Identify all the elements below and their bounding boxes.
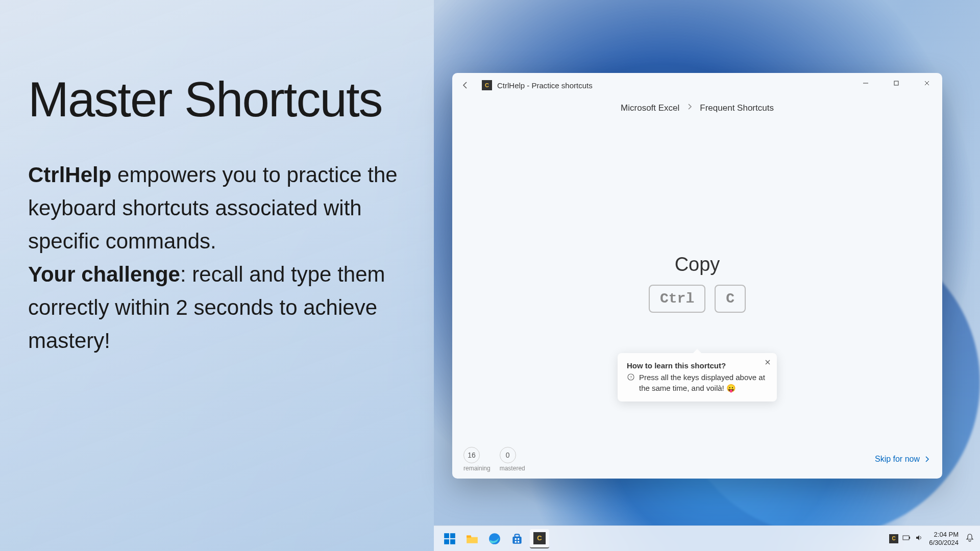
keycap: Ctrl (649, 285, 705, 313)
volume-icon[interactable] (915, 534, 923, 544)
taskbar[interactable]: C C 2:04 PM 6/30/2024 (434, 525, 980, 551)
svg-rect-1 (894, 81, 898, 85)
svg-rect-15 (518, 541, 519, 542)
close-button[interactable] (912, 73, 942, 93)
svg-rect-11 (515, 534, 520, 537)
marketing-body: CtrlHelp empowers you to practice the ke… (28, 158, 406, 358)
hint-tooltip: How to learn this shortcut? ? Press all … (618, 353, 777, 402)
bell-icon (965, 533, 975, 543)
svg-rect-17 (909, 537, 910, 539)
tray-clock[interactable]: 2:04 PM 6/30/2024 (929, 531, 959, 546)
back-button[interactable] (459, 79, 472, 91)
taskbar-explorer[interactable] (462, 529, 482, 548)
remaining-count: 16 (463, 447, 480, 463)
help-icon: ? (627, 373, 635, 384)
breadcrumb-root[interactable]: Microsoft Excel (621, 103, 679, 113)
store-icon (510, 532, 524, 545)
mastered-count: 0 (500, 447, 516, 463)
skip-button[interactable]: Skip for now (875, 455, 931, 464)
chevron-right-icon (923, 455, 931, 463)
svg-rect-13 (518, 538, 519, 539)
taskbar-ctrlhelp[interactable]: C (530, 529, 549, 548)
tray-date-text: 6/30/2024 (929, 539, 959, 547)
svg-rect-4 (444, 533, 449, 538)
mastered-stat: 0 mastered (500, 447, 525, 472)
app-window: C CtrlHelp - Practice shortcuts Microsof… (452, 73, 942, 479)
app-footer: 16 remaining 0 mastered Skip for now (452, 448, 942, 479)
breadcrumb: Microsoft Excel Frequent Shortcuts (452, 97, 942, 118)
tray-ctrlhelp-icon[interactable]: C (889, 534, 898, 543)
mastered-label: mastered (500, 465, 525, 472)
titlebar[interactable]: C CtrlHelp - Practice shortcuts (452, 73, 942, 97)
marketing-panel: Master Shortcuts CtrlHelp empowers you t… (0, 0, 434, 551)
chevron-right-icon (685, 103, 694, 113)
keycap: C (715, 285, 746, 313)
network-icon[interactable] (902, 534, 911, 544)
ctrlhelp-icon: C (533, 532, 546, 544)
system-tray[interactable]: C 2:04 PM 6/30/2024 (889, 531, 975, 546)
svg-rect-6 (444, 539, 449, 544)
practice-area: Copy Ctrl C How to learn this shortcut? … (452, 118, 942, 448)
minimize-button[interactable] (850, 73, 881, 93)
svg-rect-5 (450, 533, 455, 538)
remaining-label: remaining (463, 465, 491, 472)
minimize-icon (862, 79, 870, 87)
window-title: CtrlHelp - Practice shortcuts (497, 81, 593, 90)
svg-rect-12 (515, 538, 517, 539)
maximize-button[interactable] (881, 73, 912, 93)
folder-icon (465, 532, 479, 545)
skip-label: Skip for now (875, 455, 920, 464)
breadcrumb-leaf[interactable]: Frequent Shortcuts (700, 103, 774, 113)
arrow-left-icon (461, 81, 470, 89)
svg-text:?: ? (630, 375, 632, 380)
taskbar-edge[interactable] (485, 529, 504, 548)
maximize-icon (892, 79, 900, 87)
app-icon: C (482, 80, 492, 90)
close-icon (923, 79, 931, 87)
tooltip-body-text: Press all the keys displayed above at th… (639, 372, 768, 393)
close-icon (764, 358, 772, 366)
svg-rect-14 (515, 541, 517, 542)
taskbar-store[interactable] (507, 529, 527, 548)
windows-icon (443, 532, 456, 545)
notifications-button[interactable] (965, 533, 975, 545)
tooltip-title: How to learn this shortcut? (627, 361, 768, 370)
command-label: Copy (675, 254, 720, 276)
svg-rect-16 (903, 536, 909, 540)
edge-icon (488, 532, 501, 545)
shortcut-keys: Ctrl C (649, 285, 746, 313)
start-button[interactable] (440, 529, 459, 548)
tooltip-close-button[interactable] (764, 358, 772, 368)
remaining-stat: 16 remaining (463, 447, 491, 472)
marketing-headline: Master Shortcuts (28, 71, 406, 128)
tray-time-text: 2:04 PM (929, 531, 959, 539)
svg-rect-7 (450, 539, 455, 544)
svg-rect-8 (467, 535, 471, 537)
